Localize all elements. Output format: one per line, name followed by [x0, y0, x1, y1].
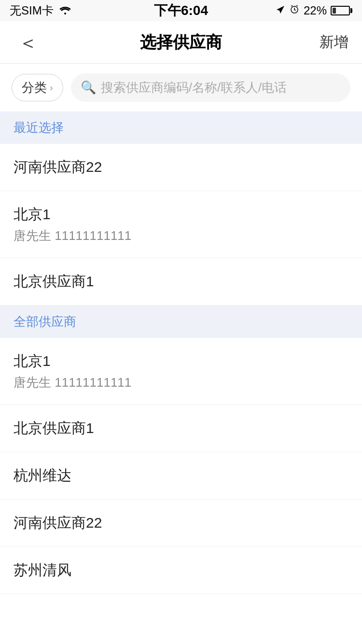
recent-section-label: 最近选择: [14, 120, 64, 135]
search-icon: 🔍: [81, 80, 96, 95]
svg-line-4: [296, 5, 298, 6]
list-item[interactable]: 河南供应商22: [0, 500, 362, 547]
back-button[interactable]: ＜: [14, 28, 42, 57]
list-item[interactable]: 杭州维达: [0, 452, 362, 500]
item-name: 苏州清风: [14, 560, 348, 580]
recent-section-header: 最近选择: [0, 112, 362, 144]
item-contact: 唐先生 11111111111: [14, 374, 348, 391]
item-name: 北京供应商1: [14, 272, 348, 292]
category-label: 分类: [22, 79, 47, 96]
list-item[interactable]: 河南供应商22: [0, 144, 362, 191]
svg-line-3: [291, 5, 292, 6]
location-icon: [276, 4, 285, 17]
recent-items-list: 河南供应商22 北京1 唐先生 11111111111 北京供应商1: [0, 144, 362, 306]
list-item[interactable]: 北京1 唐先生 11111111111: [0, 191, 362, 258]
list-item[interactable]: 北京1 唐先生 11111111111: [0, 338, 362, 405]
item-name: 河南供应商22: [14, 513, 348, 533]
filter-bar: 分类 › 🔍 搜索供应商编码/名称/联系人/电话: [0, 64, 362, 112]
category-button[interactable]: 分类 ›: [12, 74, 63, 101]
chevron-right-icon: ›: [50, 82, 53, 93]
item-name: 北京1: [14, 205, 348, 224]
item-name: 河南供应商22: [14, 157, 348, 177]
item-name: 北京供应商1: [14, 419, 348, 438]
item-name: 杭州维达: [14, 466, 348, 486]
list-item[interactable]: 苏州清风: [0, 547, 362, 594]
search-box[interactable]: 🔍 搜索供应商编码/名称/联系人/电话: [71, 73, 350, 102]
add-button[interactable]: 新增: [320, 32, 348, 52]
alarm-icon: [289, 4, 300, 17]
list-item[interactable]: 北京供应商1: [0, 258, 362, 306]
status-bar: 无SIM卡 下午6:04 22%: [0, 0, 362, 21]
search-placeholder: 搜索供应商编码/名称/联系人/电话: [101, 79, 287, 96]
battery-icon: [331, 6, 352, 15]
carrier-label: 无SIM卡: [10, 3, 54, 18]
nav-bar: ＜ 选择供应商 新增: [0, 21, 362, 64]
item-name: 北京1: [14, 351, 348, 371]
status-right: 22%: [276, 4, 352, 17]
all-section-header: 全部供应商: [0, 306, 362, 338]
all-items-list: 北京1 唐先生 11111111111 北京供应商1 杭州维达 河南供应商22 …: [0, 338, 362, 594]
status-left: 无SIM卡: [10, 3, 72, 18]
page-title: 选择供应商: [140, 31, 222, 54]
battery-pct: 22%: [304, 4, 327, 17]
wifi-icon: [58, 4, 72, 17]
all-section-label: 全部供应商: [14, 314, 76, 329]
item-contact: 唐先生 11111111111: [14, 227, 348, 244]
status-time: 下午6:04: [154, 1, 208, 20]
list-item[interactable]: 北京供应商1: [0, 405, 362, 452]
